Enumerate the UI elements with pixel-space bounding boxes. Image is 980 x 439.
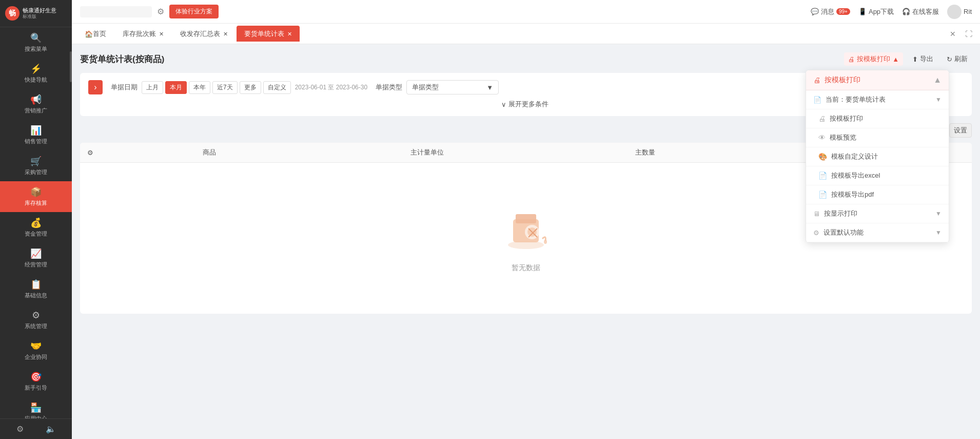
dropdown-template-preview[interactable]: 👁 模板预览 [806, 128, 949, 147]
enterprise-nav-icon: 🤝 [30, 340, 42, 352]
current-year-btn[interactable]: 本年 [189, 81, 210, 94]
dropdown-title: 按模板打印 [825, 75, 860, 85]
sidebar-item-label-marketing: 营销推广 [25, 107, 47, 114]
maximize-window-btn[interactable]: ⛶ [963, 29, 975, 39]
more-btn[interactable]: 更多 [240, 81, 261, 94]
appstore-nav-icon: 🏪 [30, 402, 42, 413]
tab-home[interactable]: 🏠 首页 [77, 26, 114, 42]
tab-inventory-batch[interactable]: 库存批次账 ✕ [115, 26, 171, 42]
experience-btn[interactable]: 体验行业方案 [169, 5, 219, 18]
tab-order-stats[interactable]: 要货单统计表 ✕ [237, 26, 300, 42]
topbar-right: 💬 消息 99+ 📱 App下载 🎧 在线客服 Rit [811, 5, 972, 19]
search-input[interactable] [80, 6, 152, 17]
dropdown-export-pdf[interactable]: 📄 按模板导出pdf [806, 185, 949, 204]
sidebar-item-label-enterprise: 企业协同 [25, 353, 47, 361]
sidebar-item-marketing[interactable]: 📢 营销推广 [0, 89, 72, 120]
sidebar-item-system[interactable]: ⚙ 系统管理 [0, 304, 72, 335]
sidebar-item-appstore[interactable]: 🏪 应用中心 [0, 397, 72, 418]
sidebar-item-label-search: 搜索菜单 [25, 45, 47, 53]
export-btn[interactable]: ⬆ 导出 [908, 52, 937, 66]
dropdown-template-custom[interactable]: 🎨 模板自定义设计 [806, 147, 949, 166]
svg-rect-2 [516, 214, 536, 223]
empty-text: 暂无数据 [512, 263, 540, 273]
speaker-bottom-icon[interactable]: 🔈 [46, 424, 56, 434]
dropdown-collapse-btn[interactable]: ▲ [933, 75, 942, 85]
search-nav-icon: 🔍 [30, 32, 42, 44]
app-download-btn[interactable]: 📱 App下载 [858, 7, 894, 16]
sidebar-item-shortcut[interactable]: ⚡ 快捷导航 [0, 58, 72, 89]
app-download-label: App下载 [869, 7, 894, 16]
display-print-label: 按显示打印 [824, 209, 857, 218]
dropdown-default-func[interactable]: ⚙ 设置默认功能 ▼ [806, 223, 949, 242]
guide-nav-icon: 🎯 [30, 371, 42, 383]
message-badge: 99+ [836, 8, 850, 15]
sidebar-item-inventory[interactable]: 📦 库存核算 [0, 181, 72, 212]
print-btn[interactable]: 🖨 按模板打印 ▲ [844, 52, 903, 66]
dropdown-export-excel[interactable]: 📄 按模板导出excel [806, 166, 949, 185]
dropdown-display-print[interactable]: 🖥 按显示打印 ▼ [806, 204, 949, 223]
export-excel-icon: 📄 [818, 171, 827, 180]
refresh-icon: ↻ [947, 55, 952, 63]
dropdown-current-section[interactable]: 📄 当前：要货单统计表 ▼ [806, 90, 949, 109]
sidebar-item-label-basic: 基础信息 [25, 292, 47, 299]
user-name: Rit [964, 8, 972, 15]
settings-icon: ⚙ [87, 149, 93, 157]
default-func-label: 设置默认功能 [824, 228, 864, 237]
sidebar-bottom: ⚙ 🔈 [0, 418, 72, 439]
sidebar-item-label-purchase: 采购管理 [25, 168, 47, 176]
print-icon: 🖨 [848, 55, 855, 63]
sidebar-item-sales[interactable]: 📊 销售管理 [0, 120, 72, 150]
sidebar-item-guide[interactable]: 🎯 新手引导 [0, 366, 72, 397]
date-range-display: 2023-06-01 至 2023-06-30 [295, 83, 367, 92]
main-area: ⚙ 体验行业方案 💬 消息 99+ 📱 App下载 🎧 在线客服 Rit [72, 0, 980, 439]
dropdown-template-print[interactable]: 🖨 按模板打印 [806, 109, 949, 128]
close-window-btn[interactable]: ✕ [947, 29, 958, 39]
settings-bottom-icon[interactable]: ⚙ [16, 424, 24, 434]
online-service-btn[interactable]: 🎧 在线客服 [902, 7, 939, 16]
dropdown-header: 🖨 按模板打印 ▲ [806, 70, 949, 90]
close-inventory-batch-icon[interactable]: ✕ [159, 31, 164, 37]
avatar [947, 5, 962, 19]
sidebar-nav: 🔍 搜索菜单 ⚡ 快捷导航 📢 营销推广 📊 销售管理 🛒 采购管理 📦 库存核… [0, 27, 72, 418]
display-print-chevron[interactable]: ▼ [935, 210, 942, 217]
sidebar-item-search[interactable]: 🔍 搜索菜单 [0, 27, 72, 58]
page-title: 要货单统计表(按商品) [80, 53, 164, 65]
sidebar-item-basic[interactable]: 📋 基础信息 [0, 274, 72, 304]
page-actions: 🖨 按模板打印 ▲ ⬆ 导出 ↻ 刷新 [844, 52, 972, 66]
tab-receipt-summary[interactable]: 收发存汇总表 ✕ [172, 26, 236, 42]
close-receipt-summary-icon[interactable]: ✕ [223, 31, 228, 37]
sidebar-item-purchase[interactable]: 🛒 采购管理 [0, 150, 72, 181]
current-template-chevron[interactable]: ▼ [935, 96, 942, 103]
default-func-chevron[interactable]: ▼ [935, 229, 942, 236]
template-custom-label: 模板自定义设计 [831, 152, 878, 161]
template-custom-icon: 🎨 [818, 152, 827, 161]
sidebar-item-enterprise[interactable]: 🤝 企业协同 [0, 335, 72, 366]
logo-area: 畅 畅康通好生意 标准版 [0, 0, 72, 27]
order-type-filter-group: 单据类型 单据类型 ▼ [376, 80, 499, 94]
tabs-bar: 🏠 首页 库存批次账 ✕ 收发存汇总表 ✕ 要货单统计表 ✕ ✕ ⛶ [72, 24, 980, 44]
message-btn[interactable]: 💬 消息 99+ [811, 7, 850, 16]
page-title-row: 要货单统计表(按商品) 🖨 按模板打印 ▲ ⬆ 导出 ↻ 刷新 [80, 52, 972, 66]
purchase-nav-icon: 🛒 [30, 156, 42, 167]
user-area[interactable]: Rit [947, 5, 972, 19]
sidebar-item-label-operation: 经营管理 [25, 261, 47, 269]
sidebar-item-operation[interactable]: 📈 经营管理 [0, 243, 72, 274]
filter-toggle-btn[interactable]: › [88, 80, 103, 94]
prev-month-btn[interactable]: 上月 [142, 81, 163, 94]
last7days-btn[interactable]: 近7天 [212, 81, 238, 94]
gear-icon[interactable]: ⚙ [157, 7, 164, 16]
settings-btn[interactable]: 设置 [949, 123, 972, 138]
page-content: 要货单统计表(按商品) 🖨 按模板打印 ▲ ⬆ 导出 ↻ 刷新 [72, 44, 980, 439]
sidebar-item-finance[interactable]: 💰 资金管理 [0, 212, 72, 243]
custom-btn[interactable]: 自定义 [263, 81, 291, 94]
th-settings[interactable]: ⚙ [80, 149, 101, 157]
template-preview-label: 模板预览 [830, 133, 856, 142]
expand-more-label: 展开更多条件 [508, 100, 548, 109]
refresh-btn[interactable]: ↻ 刷新 [943, 52, 972, 66]
close-order-stats-icon[interactable]: ✕ [287, 31, 292, 37]
current-month-btn[interactable]: 本月 [165, 81, 187, 94]
current-template-label: 当前：要货单统计表 [826, 95, 886, 104]
sidebar-item-label-sales: 销售管理 [25, 138, 47, 145]
order-type-select[interactable]: 单据类型 ▼ [406, 80, 499, 94]
sidebar-item-label-inventory: 库存核算 [25, 199, 47, 207]
